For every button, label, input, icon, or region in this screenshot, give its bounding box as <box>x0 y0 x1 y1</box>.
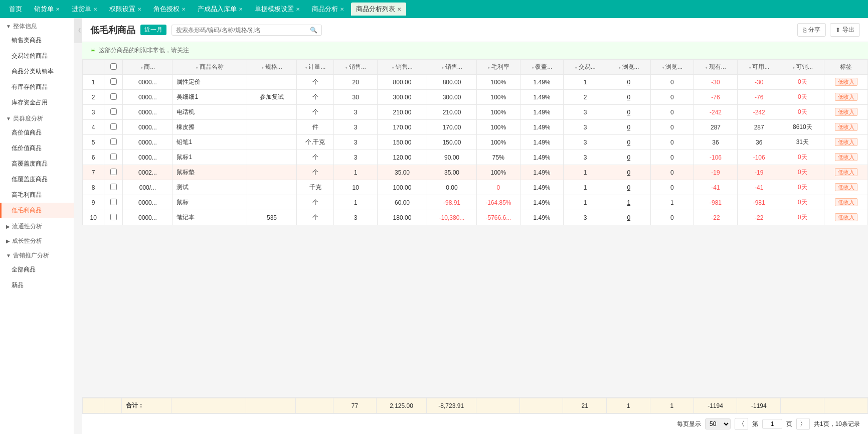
th-browse2[interactable]: 浏览... <box>650 60 694 75</box>
browse1-link[interactable]: 1 <box>627 199 630 206</box>
th-current-stock[interactable]: 现有... <box>694 60 738 75</box>
select-all-checkbox[interactable] <box>110 63 117 70</box>
browse1-link[interactable]: 0 <box>627 169 630 176</box>
cell-browse1[interactable]: 0 <box>607 105 650 120</box>
nav-template-settings[interactable]: 单据模板设置 ✕ <box>250 3 305 16</box>
th-sellable[interactable]: 可销... <box>781 60 824 75</box>
th-spec[interactable]: 规格... <box>247 60 297 75</box>
browse1-link[interactable]: 0 <box>627 139 630 146</box>
row-checkbox[interactable] <box>110 93 117 100</box>
sidebar-group-cluster[interactable]: ▼ 类群度分析 <box>0 110 74 125</box>
cell-check[interactable] <box>104 210 123 225</box>
search-input[interactable] <box>176 27 310 34</box>
nav-close-purchase[interactable]: ✕ <box>93 7 97 12</box>
cell-browse1[interactable]: 0 <box>607 75 650 90</box>
browse1-link[interactable]: 0 <box>627 154 630 161</box>
cell-name[interactable]: 鼠标 <box>172 195 247 210</box>
search-icon[interactable]: 🔍 <box>310 27 317 34</box>
cell-check[interactable] <box>104 135 123 150</box>
nav-close-role[interactable]: ✕ <box>182 7 186 12</box>
cell-name[interactable]: 铅笔1 <box>172 135 247 150</box>
sidebar-group-marketing[interactable]: ▼ 营销推广分析 <box>0 247 74 262</box>
search-box[interactable]: 🔍 <box>171 25 322 36</box>
browse1-link[interactable]: 0 <box>627 124 630 131</box>
sidebar-item-new-goods[interactable]: 新品 <box>0 277 74 293</box>
row-checkbox[interactable] <box>110 78 117 85</box>
sidebar-item-stocked-goods[interactable]: 有库存的商品 <box>0 79 74 95</box>
browse1-link[interactable]: 0 <box>627 184 630 191</box>
th-gross-margin[interactable]: 毛利率 <box>477 60 520 75</box>
nav-product-warehouse[interactable]: 产成品入库单 ✕ <box>193 3 248 16</box>
date-tag[interactable]: 近一月 <box>140 25 166 35</box>
nav-role-auth[interactable]: 角色授权 ✕ <box>148 3 191 16</box>
cell-check[interactable] <box>104 75 123 90</box>
nav-close-warehouse[interactable]: ✕ <box>239 7 243 12</box>
cell-check[interactable] <box>104 105 123 120</box>
th-unit[interactable]: 计量... <box>297 60 334 75</box>
sidebar-item-high-margin[interactable]: 高毛利商品 <box>0 187 74 203</box>
next-page-button[interactable]: 〉 <box>796 418 810 430</box>
cell-name[interactable]: 橡皮擦 <box>172 120 247 135</box>
nav-close-sales[interactable]: ✕ <box>56 7 60 12</box>
export-button[interactable]: ⬆ 导出 <box>830 23 860 37</box>
th-sale-price[interactable]: 销售... <box>377 60 427 75</box>
sidebar-item-high-coverage[interactable]: 高覆盖度商品 <box>0 156 74 172</box>
cell-name[interactable]: 属性定价 <box>172 75 247 90</box>
cell-name[interactable]: 鼠标垫 <box>172 165 247 180</box>
browse1-link[interactable]: 0 <box>627 79 630 86</box>
row-checkbox[interactable] <box>110 123 117 130</box>
share-button[interactable]: ⎘ 分享 <box>797 23 826 37</box>
nav-product-analysis-list[interactable]: 商品分析列表 ✕ <box>351 3 406 16</box>
nav-close-list[interactable]: ✕ <box>397 7 401 12</box>
per-page-select[interactable]: 50 20 100 <box>705 418 731 429</box>
row-checkbox[interactable] <box>110 138 117 145</box>
th-trade[interactable]: 交易... <box>564 60 607 75</box>
browse1-link[interactable]: 0 <box>627 214 630 221</box>
sidebar-item-low-value[interactable]: 低价值商品 <box>0 140 74 156</box>
sidebar-group-flow[interactable]: ▶ 流通性分析 <box>0 218 74 233</box>
row-checkbox[interactable] <box>110 214 117 220</box>
nav-close-permission[interactable]: ✕ <box>137 7 141 12</box>
cell-check[interactable] <box>104 195 123 210</box>
cell-name[interactable]: 测试 <box>172 180 247 195</box>
nav-close-analysis[interactable]: ✕ <box>340 7 344 12</box>
sidebar-collapse-button[interactable]: 《 <box>74 18 82 43</box>
sidebar-item-high-value[interactable]: 高价值商品 <box>0 125 74 140</box>
cell-name[interactable]: 笔记本 <box>172 210 247 225</box>
row-checkbox[interactable] <box>110 108 117 115</box>
sidebar-item-all-goods[interactable]: 全部商品 <box>0 262 74 277</box>
nav-purchase-order[interactable]: 进货单 ✕ <box>67 3 102 16</box>
browse1-link[interactable]: 0 <box>627 109 630 116</box>
sidebar-item-sales-goods[interactable]: 销售类商品 <box>0 33 74 48</box>
nav-permission-settings[interactable]: 权限设置 ✕ <box>104 3 146 16</box>
sidebar-item-traded-goods[interactable]: 交易过的商品 <box>0 48 74 64</box>
cell-check[interactable] <box>104 150 123 165</box>
cell-browse1[interactable]: 1 <box>607 195 650 210</box>
browse1-link[interactable]: 0 <box>627 94 630 101</box>
cell-browse1[interactable]: 0 <box>607 150 650 165</box>
sidebar-item-category-rate[interactable]: 商品分类助销率 <box>0 64 74 79</box>
row-checkbox[interactable] <box>110 169 117 175</box>
sidebar-item-capital-use[interactable]: 库存资金占用 <box>0 95 74 110</box>
th-available[interactable]: 可用... <box>737 60 781 75</box>
sidebar-item-low-coverage[interactable]: 低覆盖度商品 <box>0 172 74 187</box>
nav-sales-order[interactable]: 销货单 ✕ <box>29 3 65 16</box>
nav-close-template[interactable]: ✕ <box>296 7 300 12</box>
row-checkbox[interactable] <box>110 154 117 160</box>
page-number-input[interactable] <box>762 419 782 429</box>
cell-browse1[interactable]: 0 <box>607 135 650 150</box>
row-checkbox[interactable] <box>110 184 117 190</box>
th-name[interactable]: 商品名称 <box>172 60 247 75</box>
cell-browse1[interactable]: 0 <box>607 120 650 135</box>
cell-name[interactable]: 吴细细1 <box>172 90 247 105</box>
th-coverage[interactable]: 覆盖... <box>520 60 564 75</box>
cell-check[interactable] <box>104 165 123 180</box>
cell-check[interactable] <box>104 90 123 105</box>
cell-check[interactable] <box>104 120 123 135</box>
th-browse1[interactable]: 浏览... <box>607 60 650 75</box>
cell-browse1[interactable]: 0 <box>607 90 650 105</box>
th-sale-profit[interactable]: 销售... <box>427 60 476 75</box>
cell-name[interactable]: 电话机 <box>172 105 247 120</box>
cell-check[interactable] <box>104 180 123 195</box>
cell-name[interactable]: 鼠标1 <box>172 150 247 165</box>
